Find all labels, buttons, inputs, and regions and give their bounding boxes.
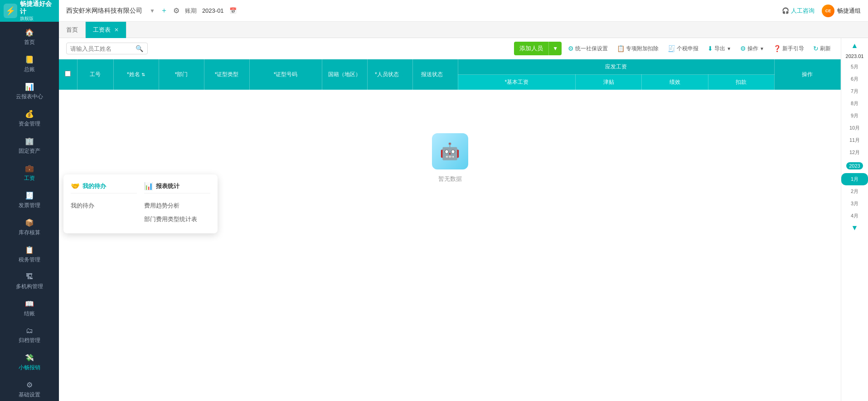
- dropdown-cols: 🤝 我的待办 我的待办 📊 报表统计 费用趋势分析 部门费用类型统计表: [71, 182, 210, 226]
- col-allowance: 津贴: [576, 75, 642, 90]
- add-person-button[interactable]: 添加人员: [514, 42, 548, 55]
- new-guide-icon: ❓: [773, 45, 781, 52]
- col-checkbox: [59, 59, 77, 90]
- timeline-item-3[interactable]: 3月: [841, 198, 868, 210]
- timeline-down-button[interactable]: ▼: [849, 222, 860, 234]
- timeline-item-10[interactable]: 10月: [841, 122, 868, 134]
- timeline-item-2[interactable]: 2月: [841, 185, 868, 198]
- tab-salary[interactable]: 工资表 ✕: [86, 22, 126, 38]
- dropdown-item-dept-expense[interactable]: 部门费用类型统计表: [144, 213, 210, 226]
- service-button[interactable]: 🎧 人工咨询: [782, 7, 815, 15]
- timeline-item-7[interactable]: 7月: [841, 85, 868, 97]
- sidebar-item-settings[interactable]: ⚙ 基础设置: [0, 376, 59, 401]
- col-dept-header: *部门: [159, 59, 204, 90]
- search-box[interactable]: 🔍: [66, 43, 148, 54]
- sidebar-item-close-accounts[interactable]: 📖 结账: [0, 295, 59, 322]
- search-input[interactable]: [70, 45, 134, 52]
- special-deduction-icon: 📋: [617, 45, 625, 52]
- sidebar-item-label: 云报表中心: [16, 93, 43, 101]
- company-name[interactable]: 西安虾米网络科技有限公司: [66, 7, 142, 15]
- calendar-icon[interactable]: 📅: [229, 7, 237, 14]
- sidebar-item-tax[interactable]: 📋 税务管理: [0, 241, 59, 268]
- timeline-up-button[interactable]: ▲: [849, 40, 860, 52]
- col-salary-header: 应发工资: [458, 59, 774, 75]
- sidebar-item-assets[interactable]: 🏢 固定资产: [0, 132, 59, 159]
- tab-home[interactable]: 首页: [59, 22, 86, 38]
- guide-button[interactable]: ❓ 新手引导: [771, 43, 807, 54]
- timeline-header: 2023.01: [846, 52, 864, 61]
- sidebar-item-label: 税务管理: [19, 256, 40, 264]
- dropdown-col2-title: 📊 报表统计: [144, 182, 210, 193]
- col-status-header: *人员状态 ▼: [367, 59, 412, 90]
- sidebar-item-label: 结账: [24, 310, 35, 318]
- sidebar-item-expense[interactable]: 💸 小畅报销: [0, 349, 59, 376]
- col-name-header: *姓名 ⇅: [113, 59, 159, 90]
- sidebar-item-archive[interactable]: 🗂 归档管理: [0, 322, 59, 349]
- timeline-item-5[interactable]: 5月: [841, 61, 868, 73]
- empty-illustration: 🤖: [432, 133, 468, 169]
- refresh-button[interactable]: ↻ 刷新: [810, 43, 834, 54]
- toolbar: 🔍 添加人员 ▼ ⚙ 统一社保设置 📋 专项附加扣除: [59, 38, 841, 59]
- user-profile[interactable]: CE 畅捷通组: [822, 5, 861, 17]
- chart-icon: 📊: [144, 182, 153, 190]
- period-value[interactable]: 2023-01: [202, 7, 224, 14]
- logo-text: 畅捷通好会计: [20, 0, 55, 15]
- timeline-item-8[interactable]: 8月: [841, 97, 868, 110]
- timeline-item-9[interactable]: 9月: [841, 110, 868, 122]
- add-person-dropdown[interactable]: ▼: [548, 42, 562, 55]
- ledger-icon: 📒: [25, 55, 34, 64]
- sidebar-item-finance[interactable]: 💰 资金管理: [0, 105, 59, 132]
- timeline-year-2023: 2023: [846, 162, 863, 169]
- dropdown-item-expense-trend[interactable]: 费用趋势分析: [144, 199, 210, 213]
- add-company-button[interactable]: ＋: [160, 6, 168, 15]
- col-performance: 绩效: [642, 75, 708, 90]
- select-all-checkbox[interactable]: [65, 71, 71, 77]
- special-deduction-button[interactable]: 📋 专项附加扣除: [614, 43, 661, 54]
- status-filter-icon[interactable]: ▼: [400, 72, 405, 77]
- dropdown-item-my-todo[interactable]: 我的待办: [71, 199, 137, 213]
- tax-report-button[interactable]: 🧾 个税申报: [665, 43, 701, 54]
- col-nation-header: 国籍（地区）: [322, 59, 367, 90]
- sidebar-item-label: 固定资产: [19, 147, 40, 155]
- dropdown-col-todo: 🤝 我的待办 我的待办: [71, 182, 137, 226]
- col-report-header: 报送状态 ▼: [412, 59, 458, 90]
- sidebar-item-multi[interactable]: 🏗 多机构管理: [0, 268, 59, 295]
- tab-close-salary[interactable]: ✕: [114, 27, 119, 33]
- social-insurance-button[interactable]: ⚙ 统一社保设置: [565, 43, 611, 54]
- export-button[interactable]: ⬇ 导出 ▼: [705, 43, 734, 54]
- settings-button[interactable]: ⚙: [173, 6, 179, 15]
- sidebar-item-label: 资金管理: [19, 120, 40, 128]
- toolbar-right: 添加人员 ▼ ⚙ 统一社保设置 📋 专项附加扣除 🧾 个税申报: [514, 42, 834, 55]
- settings-icon: ⚙: [26, 381, 33, 389]
- sidebar: ⚡ 畅捷通好会计 旗舰版 🏠 首页 📒 总账 📊 云报表中心 💰 资金管理 🏢 …: [0, 0, 59, 401]
- finance-icon: 💰: [25, 110, 34, 118]
- dropdown-col-reports: 📊 报表统计 费用趋势分析 部门费用类型统计表: [144, 182, 210, 226]
- report-filter-icon[interactable]: ▼: [445, 72, 449, 77]
- timeline-item-12[interactable]: 12月: [841, 146, 868, 159]
- timeline-item-4[interactable]: 4月: [841, 210, 868, 222]
- topbar: 西安虾米网络科技有限公司 ▼ ＋ ⚙ 账期 2023-01 📅 🎧 人工咨询 C…: [59, 0, 868, 22]
- reports-icon: 📊: [25, 82, 34, 91]
- sidebar-item-reports[interactable]: 📊 云报表中心: [0, 78, 59, 105]
- sidebar-item-invoice[interactable]: 🧾 发票管理: [0, 187, 59, 214]
- col-cert-no-header: *证型号码: [249, 59, 322, 90]
- todo-icon: 🤝: [71, 182, 80, 190]
- dropdown-panel: 🤝 我的待办 我的待办 📊 报表统计 费用趋势分析 部门费用类型统计表: [63, 174, 218, 233]
- search-icon: 🔍: [136, 45, 143, 52]
- timeline-item-6[interactable]: 6月: [841, 73, 868, 85]
- topbar-right: 🎧 人工咨询 CE 畅捷通组: [782, 5, 861, 17]
- sidebar-item-salary[interactable]: 💼 工资: [0, 159, 59, 187]
- salary-icon: 💼: [25, 164, 34, 173]
- salary-table: 工号 *姓名 ⇅ *部门 *证型类型 *证型号码 国籍（地区） *人员状态: [59, 59, 841, 90]
- timeline-item-11[interactable]: 11月: [841, 134, 868, 146]
- timeline-item-1[interactable]: 1月: [841, 173, 868, 185]
- operation-button[interactable]: ⚙ 操作 ▼: [737, 43, 767, 54]
- sidebar-item-inventory[interactable]: 📦 库存核算: [0, 214, 59, 241]
- sort-icon[interactable]: ⇅: [141, 72, 145, 77]
- company-dropdown-arrow[interactable]: ▼: [150, 8, 155, 14]
- add-person-button-wrap: 添加人员 ▼: [514, 42, 562, 55]
- sidebar-item-ledger[interactable]: 📒 总账: [0, 51, 59, 78]
- sidebar-item-home[interactable]: 🏠 首页: [0, 24, 59, 51]
- invoice-icon: 🧾: [25, 191, 34, 200]
- close-accounts-icon: 📖: [25, 300, 34, 308]
